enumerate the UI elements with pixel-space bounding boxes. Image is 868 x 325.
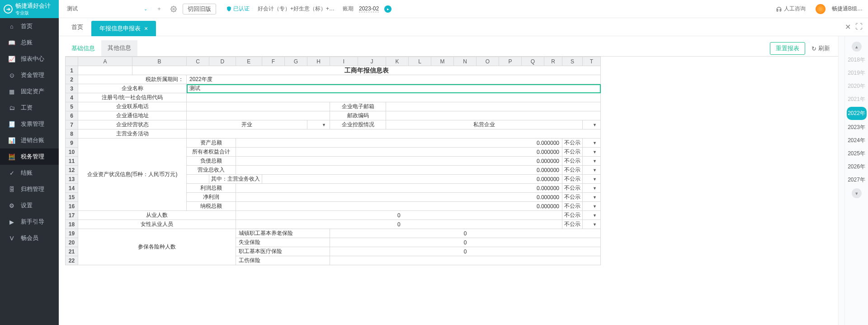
row-header[interactable]: 13 — [66, 175, 78, 184]
year-item[interactable]: 2023年 — [845, 121, 868, 134]
row-header[interactable]: 4 — [66, 93, 78, 102]
fullscreen-icon[interactable]: ⛶ — [855, 23, 863, 31]
cell[interactable]: 2022年度 — [187, 75, 601, 84]
year-up-icon[interactable]: ▴ — [852, 42, 862, 52]
row-header[interactable]: 14 — [66, 184, 78, 193]
row-header[interactable]: 2 — [66, 75, 78, 84]
cell[interactable]: 0.000000 — [236, 148, 562, 157]
cell[interactable]: 不公示 — [562, 202, 583, 211]
period-next-icon[interactable]: ▸ — [384, 5, 392, 13]
cell[interactable] — [187, 93, 601, 102]
col-header[interactable]: T — [583, 57, 601, 66]
year-item[interactable]: 2018年 — [845, 53, 868, 67]
selected-cell[interactable]: 测试 — [187, 84, 601, 93]
sidebar-item-4[interactable]: ▦固定资产 — [0, 83, 59, 100]
col-header[interactable]: E — [236, 57, 262, 66]
cell[interactable]: 开业 — [187, 120, 307, 129]
year-down-icon[interactable]: ▾ — [852, 188, 862, 198]
cell[interactable] — [187, 111, 330, 120]
cell[interactable]: 0.000000 — [236, 166, 562, 175]
row-header[interactable]: 5 — [66, 102, 78, 111]
row-header[interactable]: 17 — [66, 211, 78, 220]
year-item[interactable]: 2026年 — [845, 160, 868, 173]
row-header[interactable]: 19 — [66, 229, 78, 238]
tab-0[interactable]: 首页 — [63, 18, 91, 36]
cell[interactable]: 不公示 — [562, 220, 583, 229]
cell[interactable]: 0.000000 — [236, 184, 562, 193]
dropdown-cell[interactable]: ▼ — [583, 184, 601, 193]
row-header[interactable]: 9 — [66, 139, 78, 148]
cell[interactable]: 0.000000 — [262, 175, 562, 184]
cell[interactable] — [386, 111, 601, 120]
row-header[interactable]: 7 — [66, 120, 78, 129]
dropdown-cell[interactable]: ▼ — [583, 166, 601, 175]
avatar[interactable] — [816, 4, 826, 14]
cell[interactable]: 0.000000 — [236, 193, 562, 202]
cell[interactable]: 0 — [330, 247, 601, 256]
sidebar-item-5[interactable]: 🗂工资 — [0, 100, 59, 116]
col-header[interactable]: G — [285, 57, 307, 66]
cell[interactable]: 不公示 — [562, 184, 583, 193]
row-header[interactable]: 20 — [66, 238, 78, 247]
sidebar-item-7[interactable]: 📊进销台账 — [0, 132, 59, 148]
cell[interactable]: 不公示 — [562, 148, 583, 157]
tab-1[interactable]: 年报信息申报表× — [91, 21, 156, 36]
switch-old-button[interactable]: 切回旧版 — [183, 4, 216, 14]
col-header[interactable]: B — [132, 57, 187, 66]
cell[interactable] — [187, 129, 601, 139]
cell[interactable]: 不公示 — [562, 139, 583, 148]
cell[interactable]: 私营企业 — [386, 120, 583, 129]
close-icon[interactable]: × — [144, 25, 148, 32]
row-header[interactable]: 6 — [66, 111, 78, 120]
dropdown-cell[interactable]: ▼ — [583, 120, 601, 129]
cell[interactable]: 不公示 — [562, 157, 583, 166]
dropdown-cell[interactable]: ▼ — [583, 220, 601, 229]
dropdown-cell[interactable]: ▼ — [583, 139, 601, 148]
cell[interactable]: 0 — [330, 229, 601, 238]
dropdown-cell[interactable]: ▼ — [583, 193, 601, 202]
row-header[interactable]: 11 — [66, 157, 78, 166]
col-header[interactable]: N — [454, 57, 476, 66]
row-header[interactable]: 10 — [66, 148, 78, 157]
sidebar-item-11[interactable]: ⚙设置 — [0, 197, 59, 214]
sidebar-item-9[interactable]: ✓结账 — [0, 165, 59, 181]
year-item[interactable]: 2027年 — [845, 173, 868, 186]
add-org-button[interactable]: ＋ — [154, 4, 165, 14]
row-header[interactable]: 12 — [66, 166, 78, 175]
col-header[interactable]: O — [476, 57, 499, 66]
subtab-0[interactable]: 基础信息 — [65, 41, 101, 57]
sidebar-item-8[interactable]: 🧮税务管理 — [0, 148, 59, 165]
period-value[interactable]: 2023-02 — [359, 5, 379, 12]
year-item[interactable]: 2020年 — [845, 80, 868, 93]
cell[interactable]: 0 — [330, 238, 601, 247]
sidebar-item-12[interactable]: ▶新手引导 — [0, 214, 59, 230]
cell[interactable]: 0 — [236, 220, 562, 229]
year-item[interactable]: 2022年 — [847, 107, 867, 120]
col-header[interactable]: S — [562, 57, 583, 66]
cell[interactable] — [187, 102, 330, 111]
dropdown-cell[interactable]: ▼ — [583, 157, 601, 166]
col-header[interactable]: Q — [522, 57, 544, 66]
reset-report-button[interactable]: 重置报表 — [770, 42, 805, 55]
subtab-1[interactable]: 其他信息 — [101, 40, 137, 57]
col-header[interactable]: A — [78, 57, 132, 66]
sidebar-item-13[interactable]: V畅会员 — [0, 230, 59, 246]
col-header[interactable]: C — [187, 57, 209, 66]
spreadsheet[interactable]: ABCDEFGHIJKLMNOPQRST1工商年报信息表2税款所属期间：2022… — [65, 56, 838, 325]
col-header[interactable]: M — [431, 57, 454, 66]
dropdown-cell[interactable]: ▼ — [307, 120, 330, 129]
close-all-tabs-icon[interactable]: ✕ — [845, 23, 851, 31]
col-header[interactable]: P — [499, 57, 522, 66]
col-header[interactable]: I — [330, 57, 358, 66]
sidebar-item-10[interactable]: 🗄归档管理 — [0, 181, 59, 197]
col-header[interactable]: H — [307, 57, 330, 66]
col-header[interactable]: L — [409, 57, 431, 66]
cell[interactable]: 0 — [236, 211, 562, 220]
row-header[interactable]: 8 — [66, 129, 78, 139]
refresh-button[interactable]: ↻ 刷新 — [811, 44, 830, 53]
col-header[interactable]: D — [209, 57, 236, 66]
year-item[interactable]: 2019年 — [845, 67, 868, 80]
dropdown-cell[interactable]: ▼ — [583, 148, 601, 157]
row-header[interactable]: 1 — [66, 66, 78, 75]
sidebar-item-2[interactable]: 📈报表中心 — [0, 51, 59, 67]
